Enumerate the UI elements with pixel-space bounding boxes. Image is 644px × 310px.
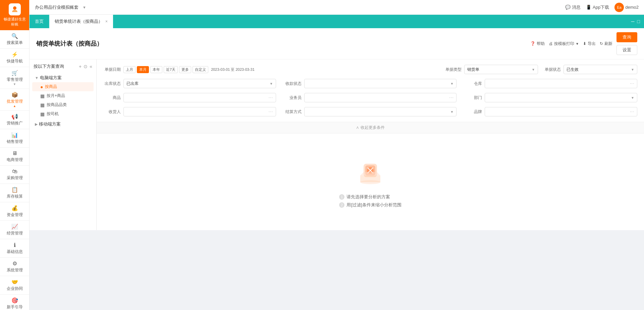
receiver-more-icon[interactable]: ··· xyxy=(268,109,273,115)
salesman-input[interactable]: ··· xyxy=(304,93,457,102)
filter-field-receiver: 收货人 ··· xyxy=(103,107,276,116)
doctype-value: 销货单 xyxy=(467,67,479,72)
salesman-label: 业务员 xyxy=(284,95,302,101)
sidebar-item-finance[interactable]: 💰 资金管理 xyxy=(0,202,29,221)
filter-field-department: 部门 ▼ xyxy=(465,93,637,102)
department-label: 部门 xyxy=(465,95,482,101)
right-panel: 单据日期 上月 本月 本年 近7天 更多 自定义 2023-03-01 至 20… xyxy=(97,59,644,230)
sidebar-item-inventory[interactable]: 📋 库存核算 xyxy=(0,184,29,202)
date-last-month[interactable]: 上月 xyxy=(123,66,136,73)
sidebar-item-operations[interactable]: 📈 经营管理 xyxy=(0,221,29,239)
wholesale-icon: 📦 xyxy=(11,92,18,98)
scheme-parent-pc[interactable]: ▼ 电脑端方案 xyxy=(32,73,94,82)
tab-sales-report[interactable]: 销货单统计表（按商品） × xyxy=(49,15,113,28)
sidebar-label-collab: 企业协同 xyxy=(7,286,23,292)
department-select[interactable]: ▼ xyxy=(485,93,637,102)
edit-scheme-button[interactable]: ⊙ xyxy=(84,64,88,69)
sidebar-item-system[interactable]: ⚙ 系统管理 xyxy=(0,258,29,276)
sidebar-item-marketing[interactable]: 📢 营销推广 xyxy=(0,111,29,129)
date-this-month[interactable]: 本月 xyxy=(137,66,149,73)
date-more[interactable]: 更多 xyxy=(179,66,191,73)
payment-select[interactable]: ▼ xyxy=(304,107,457,116)
tab-home[interactable]: 首页 xyxy=(30,15,49,28)
tab-home-label: 首页 xyxy=(35,18,44,24)
sidebar-item-ecommerce[interactable]: 🖥 电商管理 xyxy=(0,148,29,166)
chevron-right-icon: ▶ xyxy=(35,122,38,126)
date-last-7days[interactable]: 近7天 xyxy=(164,66,178,73)
sidebar-label-quicknav: 快捷导航 xyxy=(7,58,23,64)
collapse-panel-button[interactable]: « xyxy=(90,64,92,69)
message-label: 消息 xyxy=(572,4,581,10)
filter-field-salesman: 业务员 ··· xyxy=(284,93,457,102)
window-minimize-button[interactable]: ─ xyxy=(631,19,635,24)
setting-button[interactable]: 设置 xyxy=(616,45,637,55)
filter-field-brand: 品牌 ··· xyxy=(465,107,637,116)
add-scheme-button[interactable]: + xyxy=(79,64,82,69)
tab-close-button[interactable]: × xyxy=(105,19,108,24)
filter-field-docstatus: 单据状态 已生效 ▼ xyxy=(543,65,637,74)
sidebar-item-collab[interactable]: 🤝 企业协同 xyxy=(0,276,29,295)
workspace-dropdown[interactable]: ▼ xyxy=(83,5,86,9)
warehouse-more-icon[interactable]: ··· xyxy=(630,81,634,87)
receiptstatus-select[interactable]: ▼ xyxy=(304,79,457,88)
sidebar-label-basic: 基础信息 xyxy=(7,249,23,255)
filter-section: 单据日期 上月 本月 本年 近7天 更多 自定义 2023-03-01 至 20… xyxy=(97,59,644,122)
scheme-item-by-product[interactable]: ● 按商品 xyxy=(32,82,94,91)
user-profile[interactable]: Ea demo2 xyxy=(614,3,639,12)
export-button[interactable]: ⬇ 导出 xyxy=(583,41,596,47)
sidebar-item-search[interactable]: 🔍 搜索菜单 xyxy=(0,30,29,49)
doctype-select[interactable]: 销货单 ▼ xyxy=(464,65,538,74)
sidebar-item-sales[interactable]: 📊 销售管理 xyxy=(0,129,29,148)
sidebar-label-search: 搜索菜单 xyxy=(7,40,23,46)
sidebar-item-wholesale[interactable]: 📦 批发管理 ▲ xyxy=(0,89,29,111)
sidebar-label-wholesale: 批发管理 xyxy=(7,99,23,104)
avatar-initials: Ea xyxy=(617,5,622,9)
date-range-display: 2023-03-01 至 2023-03-31 xyxy=(211,67,255,72)
outstatus-select[interactable]: 已出库 ▼ xyxy=(123,79,276,88)
outstatus-arrow-icon: ▼ xyxy=(270,82,273,86)
brand-input[interactable]: ··· xyxy=(485,107,637,116)
sidebar-item-basic[interactable]: ℹ 基础信息 xyxy=(0,239,29,258)
salesman-more-icon[interactable]: ··· xyxy=(449,95,453,101)
scheme-item-by-month-product[interactable]: ▦ 按月+商品 xyxy=(32,91,94,100)
app-download-button[interactable]: 📱 App下载 xyxy=(586,4,609,10)
collapse-more-conditions[interactable]: ∧ 收起更多条件 xyxy=(97,122,644,134)
date-this-year[interactable]: 本年 xyxy=(150,66,162,73)
filter-field-doctype: 单据类型 销货单 ▼ xyxy=(444,65,538,74)
page-title: 销货单统计表（按商品） xyxy=(36,40,103,52)
empty-tip-1-text: 请先选择要分析的方案 xyxy=(346,194,390,200)
sidebar-item-retail[interactable]: 🛒 零售管理 ▼ xyxy=(0,67,29,89)
date-custom[interactable]: 自定义 xyxy=(193,66,208,73)
scheme-group-pc-label: 电脑端方案 xyxy=(40,75,62,81)
chevron-down-icon: ▼ xyxy=(35,76,39,80)
collab-icon: 🤝 xyxy=(11,279,18,285)
sidebar-item-guide[interactable]: 🎯 新手引导 xyxy=(0,295,29,310)
ecommerce-icon: 🖥 xyxy=(12,150,17,156)
window-maximize-button[interactable]: □ xyxy=(637,19,640,24)
sidebar-label-marketing: 营销推广 xyxy=(7,120,23,126)
scheme-group-pc: ▼ 电脑端方案 ● 按商品 ▦ 按月+商品 ▦ xyxy=(32,73,94,119)
query-button[interactable]: 查询 xyxy=(616,32,637,42)
scheme-item-by-driver[interactable]: ▦ 按司机 xyxy=(32,109,94,118)
app-subtitle: 标账 xyxy=(11,22,18,27)
sidebar-item-purchase[interactable]: 🛍 采购管理 xyxy=(0,166,29,184)
receiver-input[interactable]: ··· xyxy=(123,107,276,116)
warehouse-input[interactable]: ··· xyxy=(485,79,637,88)
sidebar-item-quicknav[interactable]: ⚡ 快捷导航 xyxy=(0,49,29,67)
scheme-parent-mobile[interactable]: ▶ 移动端方案 xyxy=(32,120,94,128)
print-button[interactable]: 🖨 按模板打印 ▼ xyxy=(549,41,579,47)
messages-button[interactable]: 💬 消息 xyxy=(565,4,581,10)
scheme-item-by-category[interactable]: ▦ 按商品品类 xyxy=(32,100,94,109)
goods-input[interactable]: ··· xyxy=(123,93,276,102)
scheme-panel-title: 按以下方案查询 xyxy=(34,63,64,69)
docstatus-select[interactable]: 已生效 ▼ xyxy=(564,65,637,74)
refresh-button[interactable]: ↻ 刷新 xyxy=(600,41,612,47)
goods-more-icon[interactable]: ··· xyxy=(268,95,273,101)
workspace-title: 办公用品行业模拟账套 xyxy=(35,4,78,10)
filter-row-3: 商品 ··· 业务员 ··· xyxy=(103,93,637,102)
scheme-icon-2: ▦ xyxy=(40,93,45,99)
brand-more-icon[interactable]: ··· xyxy=(630,109,634,115)
basic-icon: ℹ xyxy=(14,242,16,248)
sidebar-label-operations: 经营管理 xyxy=(7,230,23,236)
help-button[interactable]: ❓ 帮助 xyxy=(530,41,545,47)
